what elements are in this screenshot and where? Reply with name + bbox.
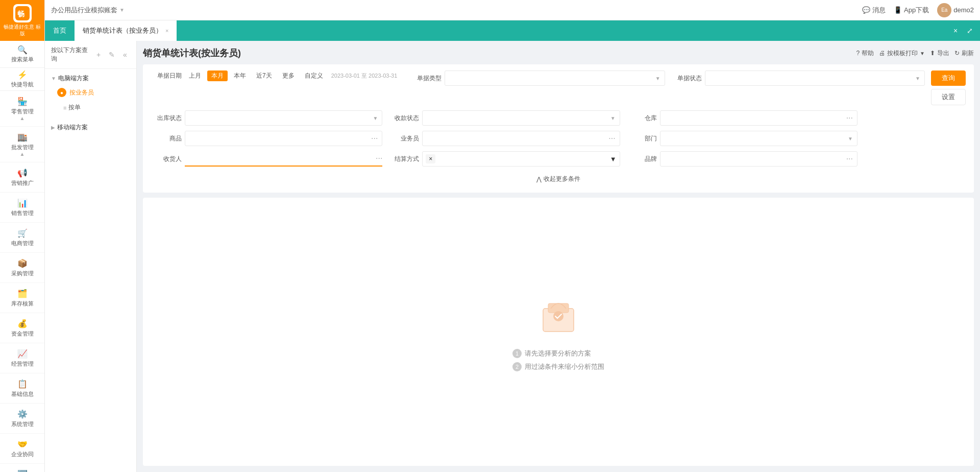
- salesman-input[interactable]: ···: [422, 131, 620, 146]
- tab-close-icon[interactable]: ×: [165, 28, 168, 34]
- sidebar-logo[interactable]: 畅 畅捷通好生意 标版: [0, 0, 44, 41]
- sidebar-item-basic[interactable]: 📋 基础信息: [0, 373, 44, 404]
- tab-expand-button[interactable]: ⤢: [964, 25, 976, 37]
- content-area: 按以下方案查询 + ✎ « ▼ 电脑端方案 ● 按业务员 ≡: [45, 41, 980, 472]
- receipt-status-select[interactable]: ▼: [422, 110, 620, 126]
- date-filter: 上月 本月 本年 近7天 更多 自定义 2023-03-01 至 2023-03…: [185, 70, 405, 81]
- retail-icon: 🏪: [17, 96, 28, 106]
- main-area: 办公用品行业模拟账套 ▼ 💬 消息 📱 App下载 Ea demo2 首页: [45, 0, 980, 472]
- finance-label: 资金管理: [11, 330, 34, 338]
- sidebar-item-retail[interactable]: 🏪 零售管理 ▲: [0, 91, 44, 127]
- doc-status-select[interactable]: ▼: [705, 70, 925, 86]
- receipt-status-label: 收款状态: [388, 114, 419, 123]
- purchase-label: 采购管理: [11, 270, 34, 277]
- help-button[interactable]: ? 帮助: [856, 49, 874, 58]
- payment-select[interactable]: × ▼: [422, 151, 620, 167]
- inventory-icon: 🗂️: [17, 288, 28, 298]
- sidebar-item-system[interactable]: ⚙️ 系统管理: [0, 404, 44, 434]
- user-profile[interactable]: Ea demo2: [937, 3, 974, 17]
- scheme-group-mobile-header[interactable]: ▶ 移动端方案: [45, 121, 136, 134]
- refresh-label: 刷新: [962, 49, 974, 58]
- help-icon: ?: [856, 50, 860, 57]
- brand-dots-icon: ···: [846, 154, 853, 163]
- print-dropdown-icon: ▼: [920, 51, 925, 56]
- sidebar-item-sales[interactable]: 📊 销售管理: [0, 193, 44, 223]
- sidebar-item-enterprise[interactable]: 🤝 企业协同: [0, 434, 44, 464]
- dept-select[interactable]: ▼: [660, 131, 857, 146]
- receiver-label: 收货人: [151, 155, 182, 163]
- tab-home[interactable]: 首页: [45, 20, 75, 41]
- sidebar: 畅 畅捷通好生意 标版 🔍 搜索菜单 ⚡ 快捷导航 🏪 零售管理 ▲ 🏬 批发管…: [0, 0, 45, 472]
- payment-tag-close-icon[interactable]: ×: [429, 155, 432, 162]
- scheme-group-desktop: ▼ 电脑端方案 ● 按业务员 ≡ 按单: [45, 69, 136, 118]
- print-button[interactable]: 🖨 按模板打印 ▼: [879, 49, 925, 58]
- logo-text: 畅捷通好生意 标版: [2, 23, 42, 37]
- sidebar-search-item[interactable]: 🔍 搜索菜单: [0, 41, 44, 68]
- sidebar-item-operation[interactable]: 📈 经营管理: [0, 343, 44, 373]
- tip-num-2: 2: [512, 362, 522, 371]
- ecommerce-label: 电商管理: [11, 240, 34, 247]
- sidebar-item-newbie[interactable]: 🆕 新手引导: [0, 464, 44, 472]
- tab-sales-stats[interactable]: 销货单统计表（按业务员） ×: [75, 20, 177, 41]
- collapse-button[interactable]: ⋀ 收起更多条件: [533, 172, 583, 186]
- collapse-up-icon: ⋀: [536, 176, 542, 183]
- sidebar-quick-nav[interactable]: ⚡ 快捷导航: [0, 68, 44, 91]
- scheme-order-icon: ≡: [63, 105, 66, 111]
- scheme-salesman-label: 按业务员: [69, 88, 94, 97]
- tab-close-all-button[interactable]: ×: [949, 25, 962, 37]
- operation-label: 经营管理: [11, 360, 34, 368]
- doc-type-select[interactable]: ▼: [445, 70, 665, 86]
- tip-text-2: 用过滤条件来缩小分析范围: [525, 362, 604, 371]
- brand-input[interactable]: ···: [660, 151, 857, 167]
- topbar: 办公用品行业模拟账套 ▼ 💬 消息 📱 App下载 Ea demo2: [45, 0, 980, 20]
- add-scheme-button[interactable]: +: [93, 50, 104, 60]
- warehouse-dots-icon: ···: [846, 113, 853, 123]
- scheme-salesman-icon: ●: [57, 88, 66, 97]
- date-this-year-btn[interactable]: 本年: [230, 70, 250, 81]
- refresh-button[interactable]: ↻ 刷新: [954, 49, 974, 58]
- sidebar-item-finance[interactable]: 💰 资金管理: [0, 313, 44, 343]
- sidebar-item-ecommerce[interactable]: 🛒 电商管理: [0, 223, 44, 253]
- set-button[interactable]: 设置: [931, 89, 966, 105]
- tab-sales-stats-label: 销货单统计表（按业务员）: [83, 26, 162, 35]
- query-button[interactable]: 查询: [931, 70, 966, 86]
- left-panel-actions: + ✎ «: [93, 50, 130, 60]
- sidebar-search-label: 搜索菜单: [11, 56, 34, 63]
- scheme-group-mobile-arrow-icon: ▶: [51, 125, 55, 130]
- basic-icon: 📋: [17, 379, 28, 389]
- sidebar-quick-nav-label: 快捷导航: [11, 81, 34, 88]
- goods-input[interactable]: ···: [185, 131, 382, 146]
- message-button[interactable]: 💬 消息: [862, 6, 886, 15]
- date-last7-btn[interactable]: 近7天: [252, 70, 276, 81]
- warehouse-input[interactable]: ···: [660, 110, 857, 126]
- scheme-item-by-salesman[interactable]: ● 按业务员: [45, 85, 136, 100]
- sidebar-item-marketing[interactable]: 📢 营销推广: [0, 162, 44, 193]
- basic-label: 基础信息: [11, 390, 34, 398]
- out-status-select[interactable]: ▼: [185, 110, 382, 126]
- date-this-month-btn[interactable]: 本月: [207, 70, 228, 81]
- export-label: 导出: [937, 49, 949, 58]
- receiver-input[interactable]: ···: [185, 151, 382, 167]
- collapse-panel-button[interactable]: «: [120, 50, 130, 60]
- download-icon: 📱: [894, 6, 902, 14]
- dept-label: 部门: [626, 134, 657, 143]
- scheme-group-desktop-header[interactable]: ▼ 电脑端方案: [45, 72, 136, 85]
- date-custom-btn[interactable]: 自定义: [301, 70, 327, 81]
- sidebar-item-wholesale[interactable]: 🏬 批发管理 ▲: [0, 127, 44, 162]
- enterprise-label: 企业协同: [11, 451, 34, 458]
- collapse-row: ⋀ 收起更多条件: [151, 172, 966, 186]
- app-download-label: App下载: [904, 6, 929, 15]
- edit-scheme-button[interactable]: ✎: [107, 50, 117, 60]
- tip-num-1: 1: [512, 349, 522, 358]
- scheme-sub-item-by-order[interactable]: ≡ 按单: [45, 100, 136, 115]
- topbar-account-selector[interactable]: 办公用品行业模拟账套 ▼: [51, 6, 125, 15]
- tab-home-label: 首页: [53, 26, 66, 35]
- export-button[interactable]: ⬆ 导出: [930, 49, 949, 58]
- sidebar-item-purchase[interactable]: 📦 采购管理: [0, 253, 44, 283]
- message-icon: 💬: [862, 6, 870, 14]
- date-last-month-btn[interactable]: 上月: [185, 70, 205, 81]
- doc-status-label: 单据状态: [671, 74, 702, 83]
- date-more-btn[interactable]: 更多: [278, 70, 299, 81]
- sidebar-item-inventory[interactable]: 🗂️ 库存核算: [0, 283, 44, 313]
- app-download-button[interactable]: 📱 App下载: [894, 6, 929, 15]
